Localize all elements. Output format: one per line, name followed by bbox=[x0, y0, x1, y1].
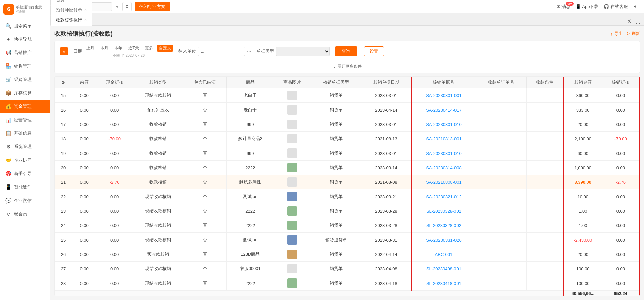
sidebar-item-member[interactable]: V畅会员 bbox=[0, 207, 50, 221]
link-doc_no[interactable]: SL-20230328-002 bbox=[426, 223, 461, 228]
date-last-month[interactable]: 上月 bbox=[84, 45, 96, 52]
expand-tab-button[interactable]: ⛶ bbox=[635, 18, 641, 25]
sidebar-label-basic: 基础信息 bbox=[14, 130, 32, 136]
sidebar-label-finance: 资金管理 bbox=[14, 103, 32, 110]
expand-more-conditions[interactable]: ∨ 展开更多条件 bbox=[333, 63, 362, 69]
table-row: 220.000.00现结收款核销否测试jun销货单2023-03-21SA-20… bbox=[55, 189, 639, 204]
td-discount: 0.00 bbox=[96, 117, 133, 132]
sidebar-item-finance[interactable]: 💰资金管理 bbox=[0, 100, 50, 113]
filter-expand-toggle[interactable]: » bbox=[60, 47, 68, 55]
td-doc_no[interactable]: SA-20210813-001 bbox=[412, 132, 476, 146]
td-doc_no[interactable]: SA-20230331-026 bbox=[412, 233, 476, 247]
link-doc_no[interactable]: SA-20230301-001 bbox=[426, 93, 462, 98]
td-doc_no[interactable]: SA-20230301-001 bbox=[412, 88, 476, 103]
date-custom[interactable]: 自定义 bbox=[157, 45, 173, 52]
message-button[interactable]: ✉ 消息 99+ bbox=[557, 4, 571, 10]
sidebar-item-inventory[interactable]: 📦库存核算 bbox=[0, 86, 50, 100]
settings-icon[interactable]: ⚙ bbox=[122, 2, 132, 11]
user-name[interactable]: Rit bbox=[633, 4, 639, 9]
sidebar-item-corp[interactable]: 🤝企业协同 bbox=[0, 154, 50, 167]
sidebar-icon-sales: 🏪 bbox=[5, 63, 11, 69]
td-verify_type: 收款核销 bbox=[133, 146, 183, 161]
td-doc_no[interactable]: SA-20230301-010 bbox=[412, 146, 476, 161]
td-product: 多计量商品2 bbox=[226, 132, 274, 146]
sidebar-item-sales[interactable]: 🏪销售管理 bbox=[0, 59, 50, 73]
product-image bbox=[287, 91, 297, 100]
td-doc_no[interactable]: SL-20230408-001 bbox=[412, 262, 476, 276]
td-product: 123D商品 bbox=[226, 247, 274, 262]
td-doc_no[interactable]: SA-20210808-001 bbox=[412, 175, 476, 189]
product-image bbox=[287, 192, 297, 201]
td-doc_no[interactable]: SL-20230418-001 bbox=[412, 276, 476, 291]
td-doc_no[interactable]: SL-20230328-002 bbox=[412, 218, 476, 233]
sidebar-item-smart[interactable]: 📱智能硬件 bbox=[0, 180, 50, 194]
partner-input[interactable] bbox=[198, 47, 245, 56]
td-doc_type: 销货单 bbox=[311, 88, 361, 103]
link-doc_no[interactable]: SA-20210808-001 bbox=[426, 180, 462, 185]
partner-more-icon[interactable]: ··· bbox=[247, 48, 251, 54]
sidebar-item-marketing[interactable]: 📢营销推广 bbox=[0, 46, 50, 59]
td-verify_amount: 20.00 bbox=[564, 247, 602, 262]
td-discount: 0.00 bbox=[96, 146, 133, 161]
td-doc_no[interactable]: ABC-001 bbox=[412, 247, 476, 262]
td-receipt_order bbox=[476, 189, 526, 204]
query-button[interactable]: 查询 bbox=[335, 46, 357, 56]
industry-solution-button[interactable]: 休闲行业方案 bbox=[135, 2, 170, 11]
tab-close-2[interactable]: × bbox=[84, 18, 87, 23]
doctype-select[interactable] bbox=[276, 47, 330, 56]
sidebar-label-corp: 企业协同 bbox=[14, 157, 32, 163]
sidebar-item-system[interactable]: ⚙系统管理 bbox=[0, 140, 50, 154]
phone-icon: 📱 bbox=[576, 4, 581, 9]
sidebar-item-guide[interactable]: 🎯新手引导 bbox=[0, 167, 50, 180]
link-doc_no[interactable]: SA-20230301-010 bbox=[426, 151, 462, 156]
tab-预付冲应付单[interactable]: 预付冲应付单× bbox=[50, 5, 92, 15]
td-verify_discount: 0.00 bbox=[602, 117, 639, 132]
td-verify_type: 收款核销 bbox=[133, 175, 183, 189]
tabbar: 首页预付冲应付单×收款核销执行× ✕ ⛶ bbox=[50, 13, 644, 26]
link-doc_no[interactable]: SA-20230331-026 bbox=[426, 238, 462, 243]
link-doc_no[interactable]: SA-20230414-017 bbox=[426, 108, 462, 113]
tab-首页[interactable]: 首页 bbox=[50, 0, 92, 5]
date-more[interactable]: 更多 bbox=[143, 45, 155, 52]
td-doc_no[interactable]: SA-20230314-008 bbox=[412, 161, 476, 175]
sidebar-item-basic[interactable]: 📋基础信息 bbox=[0, 127, 50, 140]
filter-setting-button[interactable]: 设置 bbox=[364, 46, 384, 56]
table-row: 210.00-2.76收款核销否测试多属性销货单2021-08-08SA-202… bbox=[55, 175, 639, 189]
page-title: 收款核销执行(按收款) bbox=[54, 30, 113, 38]
sidebar-item-search[interactable]: 🔍搜索菜单 bbox=[0, 19, 50, 33]
online-service-link[interactable]: 🎧 在线客服 bbox=[604, 4, 628, 10]
td-receipt_cond bbox=[526, 103, 564, 117]
td-verify_amount: 1.00 bbox=[564, 218, 602, 233]
tab-收款核销执行[interactable]: 收款核销执行× bbox=[50, 15, 92, 26]
td-doc_no[interactable]: SA-20230301-010 bbox=[412, 117, 476, 132]
sidebar-item-operation[interactable]: 📊经营管理 bbox=[0, 113, 50, 127]
app-download-link[interactable]: 📱 App下载 bbox=[576, 4, 598, 10]
link-doc_no[interactable]: SA-20230321-012 bbox=[426, 194, 462, 199]
td-doc_no[interactable]: SA-20230414-017 bbox=[412, 103, 476, 117]
dropdown-icon[interactable]: ▾ bbox=[115, 4, 120, 9]
sidebar-item-quick-nav[interactable]: ⊞快捷导航 bbox=[0, 33, 50, 46]
sidebar-item-wechat[interactable]: 💬企业微信 bbox=[0, 194, 50, 207]
link-doc_no[interactable]: SL-20230328-001 bbox=[426, 209, 461, 214]
refresh-button[interactable]: ↻ 刷新 bbox=[626, 31, 640, 37]
export-button[interactable]: ↑ 导出 bbox=[611, 31, 623, 37]
link-doc_no[interactable]: ABC-001 bbox=[435, 252, 453, 257]
table-row: 150.000.00现结收款核销否老白干销货单2023-03-01SA-2023… bbox=[55, 88, 639, 103]
td-verify_discount: 0.00 bbox=[602, 204, 639, 218]
td-verify_amount: -2,430.00 bbox=[564, 233, 602, 247]
date-this-month[interactable]: 本月 bbox=[98, 45, 110, 52]
td-doc_no[interactable]: SL-20230328-001 bbox=[412, 204, 476, 218]
date-this-year[interactable]: 本年 bbox=[112, 45, 124, 52]
tab-close-1[interactable]: × bbox=[84, 8, 87, 12]
link-doc_no[interactable]: SA-20230301-010 bbox=[426, 122, 462, 127]
link-doc_no[interactable]: SL-20230418-001 bbox=[426, 281, 461, 286]
date-7days[interactable]: 近7天 bbox=[126, 45, 141, 52]
td-doc_no[interactable]: SA-20230321-012 bbox=[412, 189, 476, 204]
link-doc_no[interactable]: SA-20230314-008 bbox=[426, 165, 462, 170]
link-doc_no[interactable]: SL-20230408-001 bbox=[426, 266, 461, 271]
td-product_img bbox=[274, 233, 311, 247]
link-doc_no[interactable]: SA-20210813-001 bbox=[426, 136, 462, 141]
sidebar-item-purchase[interactable]: 🛒采购管理 bbox=[0, 73, 50, 86]
td-doc_date: 2023-03-31 bbox=[361, 233, 412, 247]
close-tab-button[interactable]: ✕ bbox=[626, 17, 632, 25]
